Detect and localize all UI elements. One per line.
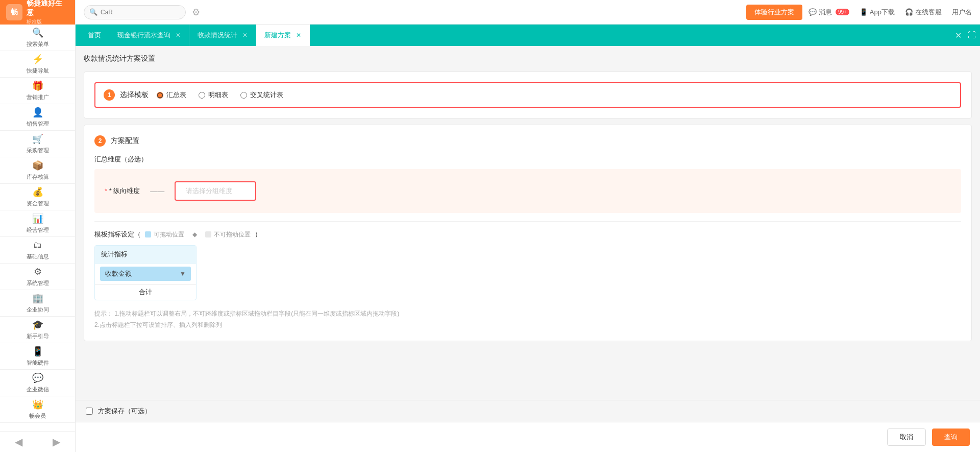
corp-icon: 🏢 [32,293,43,304]
app-download-item[interactable]: 📱 App下载 [860,8,895,17]
dimension-select-box[interactable]: 请选择分组维度 [175,181,256,201]
hardware-icon: 📱 [32,346,43,357]
template-radio-group: 汇总表 明细表 交叉统计表 [157,90,283,100]
sidebar-label-search: 搜索菜单 [27,40,49,48]
draggable-dot [145,231,151,237]
tab-home[interactable]: 首页 [80,25,109,46]
indicator-header: 模板指标设定（ 可拖动位置 ◆ 不可拖动位置 [94,230,961,239]
step2-header: 2 方案配置 [94,135,961,147]
indicator-section: 模板指标设定（ 可拖动位置 ◆ 不可拖动位置 [94,221,961,300]
sidebar-label-inventory: 库存核算 [27,173,49,181]
step2-card: 2 方案配置 汇总维度（必选） * * 纵向维度 —— 请选择分组维度 [84,125,972,341]
radio-summary[interactable]: 汇总表 [157,90,186,100]
cancel-button[interactable]: 取消 [887,429,926,446]
sidebar-bottom-left-icon[interactable]: ◀ [15,436,22,448]
dimension-area: * * 纵向维度 —— 请选择分组维度 [94,169,961,213]
tip-line1: 提示： 1.拖动标题栏可以调整布局，不可跨维度或指标区域拖动栏目字段(只能在同一… [94,308,961,320]
tab-new-scheme-label: 新建方案 [264,31,291,40]
sidebar-item-hardware[interactable]: 📱 智能硬件 [0,343,75,370]
system-icon: ⚙ [34,266,42,277]
radio-cross-label: 交叉统计表 [250,90,283,100]
sidebar-item-member[interactable]: 👑 畅会员 [0,396,75,423]
tabbar: 首页 现金银行流水查询 ✕ 收款情况统计 ✕ 新建方案 ✕ ✕ ⛶ [76,25,980,46]
sidebar-label-quicknav: 快捷导航 [27,67,49,75]
sidebar-item-sales[interactable]: 👤 销售管理 [0,104,75,131]
legend-draggable-label: 可拖动位置 [154,230,184,239]
sidebar-item-search[interactable]: 🔍 搜索菜单 [0,25,75,51]
content-area: 收款情况统计方案设置 1 选择模板 汇总表 [76,46,980,452]
marketing-icon: 🎁 [32,80,43,91]
legend-separator: ◆ [192,231,197,238]
radio-cross[interactable]: 交叉统计表 [240,90,283,100]
maximize-icon[interactable]: ⛶ [968,31,976,40]
step2-section: 汇总维度（必选） * * 纵向维度 —— 请选择分组维度 [94,155,961,213]
tab-cashflow-close[interactable]: ✕ [176,32,181,39]
step1-header: 1 选择模板 [104,89,149,101]
sidebar-item-wechat[interactable]: 💬 企业微信 [0,370,75,396]
sidebar-label-purchase: 采购管理 [27,147,49,154]
page-title: 收款情况统计方案设置 [84,54,972,63]
search-input[interactable] [101,9,167,16]
sidebar-logo: 畅 畅捷通好生意 标准版 [0,0,75,25]
sidebar: 畅 畅捷通好生意 标准版 🔍 搜索菜单 ⚡ 快捷导航 🎁 营销推广 👤 销售管理… [0,0,76,452]
footer-bar: 取消 查询 [76,422,980,452]
sidebar-item-inventory[interactable]: 📦 库存核算 [0,157,75,184]
tab-new-scheme[interactable]: 新建方案 ✕ [256,25,310,46]
quicknav-icon: ⚡ [32,54,43,65]
wechat-icon: 💬 [32,372,43,384]
gear-icon[interactable]: ⚙ [192,7,200,18]
tabbar-actions: ✕ ⛶ [955,31,976,40]
finance-icon: 💰 [32,186,43,198]
sidebar-item-finance[interactable]: 💰 资金管理 [0,184,75,210]
support-icon: 🎧 [905,8,913,16]
notification-icon: 💬 [808,8,817,16]
business-icon: 📊 [32,213,43,224]
tips-section: 提示： 1.拖动标题栏可以调整布局，不可跨维度或指标区域拖动栏目字段(只能在同一… [94,308,961,330]
trial-button[interactable]: 体验行业方案 [746,5,802,20]
indicator-tag-receipt[interactable]: 收款金额 ▼ [100,267,191,281]
notification-item[interactable]: 💬 消息 99+ [808,8,849,17]
main-area: 🔍 ⚙ 体验行业方案 💬 消息 99+ 📱 App下载 🎧 在线客服 用户名 [76,0,980,452]
sidebar-label-member: 畅会员 [29,412,46,420]
tab-cashflow-label: 现金银行流水查询 [117,31,170,40]
tab-receipt-stats[interactable]: 收款情况统计 ✕ [189,25,256,46]
indicator-table-header: 统计指标 [95,246,196,264]
step1-number: 1 [104,89,115,101]
indicator-table: 统计指标 收款金额 ▼ 合计 [94,245,197,300]
legend-non-draggable: 不可拖动位置 [205,230,251,239]
app-icon: 📱 [860,8,868,16]
dimension-arrow: —— [150,187,164,195]
indicator-subtotal: 合计 [95,284,196,300]
user-item[interactable]: 用户名 [952,8,972,17]
tab-receipt-close[interactable]: ✕ [242,32,248,39]
required-star: * [105,187,107,195]
indicator-tag-arrow[interactable]: ▼ [180,270,186,277]
content-inner: 收款情况统计方案设置 1 选择模板 汇总表 [76,46,980,400]
sidebar-item-marketing[interactable]: 🎁 营销推广 [0,78,75,104]
sidebar-item-business[interactable]: 📊 经营管理 [0,210,75,237]
sidebar-item-purchase[interactable]: 🛒 采购管理 [0,131,75,157]
sidebar-label-newbie: 新手引导 [27,332,49,340]
radio-summary-label: 汇总表 [166,90,186,100]
close-all-icon[interactable]: ✕ [955,31,962,40]
sidebar-item-quicknav[interactable]: ⚡ 快捷导航 [0,51,75,78]
dimension-label: * * 纵向维度 [105,186,140,196]
notification-badge: 99+ [836,9,849,15]
search-bar[interactable]: 🔍 [84,5,186,19]
query-button[interactable]: 查询 [932,429,970,446]
sidebar-item-newbie[interactable]: 🎓 新手引导 [0,317,75,343]
save-checkbox[interactable] [86,408,93,415]
online-support-item[interactable]: 🎧 在线客服 [905,8,942,17]
step2-number: 2 [94,135,106,147]
sidebar-item-system[interactable]: ⚙ 系统管理 [0,264,75,290]
tab-cashflow[interactable]: 现金银行流水查询 ✕ [109,25,189,46]
tab-new-scheme-close[interactable]: ✕ [296,32,301,39]
subsection-title: 汇总维度（必选） [94,155,961,164]
sidebar-bottom-right-icon[interactable]: ▶ [53,436,60,448]
sidebar-item-basic[interactable]: 🗂 基础信息 [0,237,75,264]
sidebar-label-hardware: 智能硬件 [27,359,49,367]
legend-draggable: 可拖动位置 [145,230,184,239]
sidebar-item-corp[interactable]: 🏢 企业协同 [0,290,75,317]
purchase-icon: 🛒 [32,133,43,145]
radio-detail[interactable]: 明细表 [199,90,228,100]
